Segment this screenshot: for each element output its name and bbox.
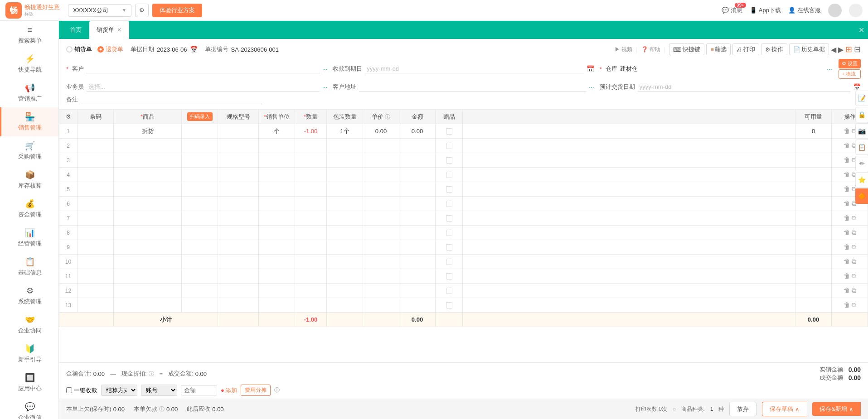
cell-unit[interactable] (259, 197, 295, 211)
cell-barcode[interactable] (78, 153, 114, 168)
cell-unit[interactable] (259, 211, 295, 226)
cell-barcode[interactable] (78, 139, 114, 153)
payment-method-select[interactable]: 结算方式 (101, 385, 137, 396)
cell-spec[interactable] (218, 168, 259, 182)
customer-address-input[interactable] (359, 82, 586, 92)
cell-unit-price[interactable] (363, 255, 399, 269)
cell-product[interactable] (114, 269, 182, 284)
cell-amount[interactable] (399, 298, 436, 313)
help-btn[interactable]: ❓ 帮助 (641, 46, 660, 53)
due-date-input[interactable] (365, 64, 583, 73)
cell-spec[interactable] (218, 255, 259, 269)
copy-icon[interactable]: ⧉ (852, 258, 856, 265)
cell-amount[interactable] (399, 153, 436, 168)
cell-barcode[interactable] (78, 269, 114, 284)
cell-pack-qty[interactable] (327, 139, 363, 153)
cell-unit-price[interactable] (363, 211, 399, 226)
customer-more-btn[interactable]: ··· (322, 65, 328, 72)
cell-gift[interactable] (436, 168, 463, 182)
copy-icon[interactable]: ⧉ (852, 229, 856, 236)
cell-gift[interactable] (436, 182, 463, 197)
gift-checkbox[interactable] (446, 143, 452, 149)
tab-sales-order[interactable]: 销货单 ✕ (89, 21, 129, 39)
cell-product[interactable] (114, 284, 182, 298)
cell-quantity[interactable] (295, 240, 327, 255)
cell-gift[interactable] (436, 240, 463, 255)
delete-icon[interactable]: 🗑 (844, 272, 850, 280)
prev-icon[interactable]: ◀ (831, 45, 836, 54)
cell-spec[interactable] (218, 269, 259, 284)
cell-product[interactable] (114, 182, 182, 197)
app-download-button[interactable]: 📱 App下载 (750, 6, 781, 14)
cell-quantity[interactable]: -1.00 (295, 124, 327, 139)
cell-unit[interactable] (259, 139, 295, 153)
cell-spec[interactable] (218, 298, 259, 313)
cell-gift[interactable] (436, 153, 463, 168)
cell-unit[interactable] (259, 255, 295, 269)
cell-spec[interactable] (218, 182, 259, 197)
cell-gift[interactable] (436, 269, 463, 284)
cell-amount[interactable] (399, 255, 436, 269)
amount-input[interactable] (181, 385, 217, 395)
cell-quantity[interactable] (295, 168, 327, 182)
customer-input[interactable] (87, 64, 320, 73)
cell-barcode[interactable] (78, 124, 114, 139)
cell-spec[interactable] (218, 124, 259, 139)
save-new-button[interactable]: 保存&新增 ∧ (812, 402, 861, 416)
sidebar-item-search[interactable]: ≡ 搜索菜单 (0, 21, 58, 49)
cell-spec[interactable] (218, 211, 259, 226)
sidebar-item-operation[interactable]: 📊 经营管理 (0, 223, 58, 252)
cell-pack-qty[interactable] (327, 255, 363, 269)
gift-checkbox[interactable] (446, 302, 452, 308)
save-draft-button[interactable]: 保存草稿 ∧ (762, 402, 807, 416)
cell-pack-qty[interactable] (327, 168, 363, 182)
cell-unit-price[interactable] (363, 168, 399, 182)
cell-barcode[interactable] (78, 168, 114, 182)
cell-amount[interactable] (399, 269, 436, 284)
cell-amount[interactable] (399, 139, 436, 153)
delete-icon[interactable]: 🗑 (844, 243, 850, 251)
th-scan[interactable]: 扫码录入 (182, 110, 218, 124)
cell-gift[interactable] (436, 255, 463, 269)
cell-unit[interactable] (259, 168, 295, 182)
cell-spec[interactable] (218, 284, 259, 298)
copy-icon[interactable]: ⧉ (852, 214, 856, 222)
sidebar-item-shortcut[interactable]: ⚡ 快捷导航 (0, 49, 58, 78)
delete-icon[interactable]: 🗑 (844, 127, 850, 135)
cell-pack-qty[interactable] (327, 240, 363, 255)
cell-pack-qty[interactable] (327, 269, 363, 284)
cell-spec[interactable] (218, 197, 259, 211)
list-view-icon[interactable]: ⊞ (845, 44, 852, 54)
cell-quantity[interactable] (295, 226, 327, 240)
due-date-calendar-icon[interactable]: 📅 (587, 65, 594, 72)
notes-input[interactable] (81, 95, 262, 104)
cell-pack-qty[interactable]: 1个 (327, 124, 363, 139)
one-click-payment-checkbox[interactable] (66, 387, 72, 393)
cell-unit-price[interactable]: 0.00 (363, 124, 399, 139)
delete-icon[interactable]: 🗑 (844, 301, 850, 309)
cell-quantity[interactable] (295, 211, 327, 226)
cell-gift[interactable] (436, 124, 463, 139)
next-icon[interactable]: ▶ (838, 45, 844, 54)
gift-checkbox[interactable] (446, 157, 452, 164)
float-btn-1[interactable]: 📝 (855, 91, 868, 106)
trial-button[interactable]: 体验行业方案 (152, 4, 202, 17)
salesperson-more-btn[interactable]: ··· (322, 83, 328, 91)
cell-spec[interactable] (218, 240, 259, 255)
cell-pack-qty[interactable] (327, 182, 363, 197)
address-more-btn[interactable]: ··· (589, 83, 594, 91)
cell-product[interactable] (114, 211, 182, 226)
delete-icon[interactable]: 🗑 (844, 229, 850, 236)
cell-gift[interactable] (436, 298, 463, 313)
cell-unit[interactable] (259, 269, 295, 284)
cell-unit[interactable] (259, 298, 295, 313)
online-service-button[interactable]: 👤 在线客服 (788, 6, 821, 14)
gift-checkbox[interactable] (446, 186, 452, 193)
add-payment-btn[interactable]: ● 添加 (221, 386, 237, 395)
cell-pack-qty[interactable] (327, 211, 363, 226)
expected-date-cal-icon[interactable]: 📅 (853, 83, 861, 91)
copy-icon[interactable]: ⧉ (852, 287, 856, 294)
cell-unit[interactable] (259, 182, 295, 197)
copy-icon[interactable]: ⧉ (852, 243, 856, 251)
cell-product[interactable] (114, 226, 182, 240)
